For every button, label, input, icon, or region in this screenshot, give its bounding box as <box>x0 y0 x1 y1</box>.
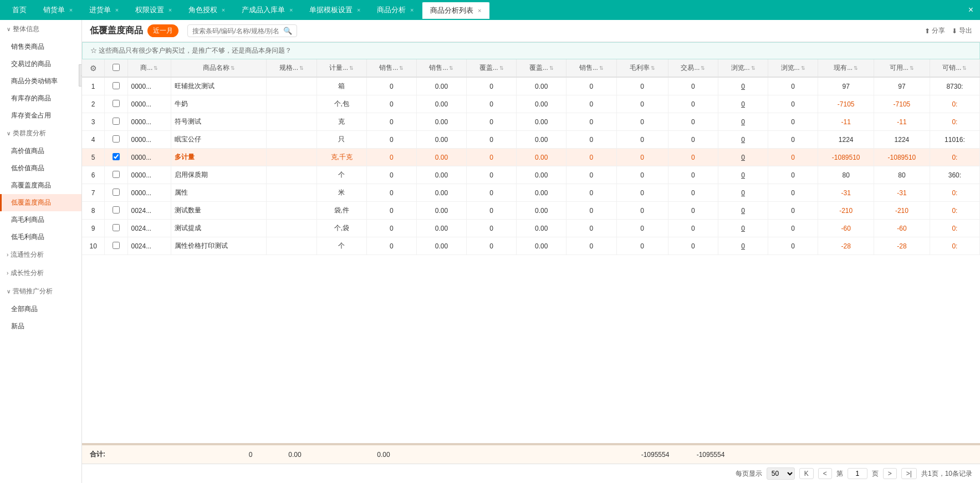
row-checkbox[interactable] <box>113 118 120 125</box>
sort-icon[interactable]: ⇅ <box>349 65 354 71</box>
cell-checkbox[interactable] <box>105 77 127 95</box>
th-browse2[interactable]: 浏览...⇅ <box>768 59 818 77</box>
sidebar-section-flow[interactable]: › 流通性分析 <box>0 246 81 264</box>
prev-page-button[interactable]: < <box>818 468 832 479</box>
sort-icon[interactable]: ⇅ <box>701 65 705 71</box>
sidebar-item-low-value[interactable]: 低价值商品 <box>0 160 81 177</box>
th-available-stock[interactable]: 可用...⇅ <box>874 59 930 77</box>
cell-browse1[interactable]: 0 <box>718 237 768 255</box>
cell-browse1[interactable]: 0 <box>718 184 768 202</box>
th-spec[interactable]: 规格...⇅ <box>267 59 317 77</box>
sort-icon[interactable]: ⇅ <box>499 65 504 71</box>
sidebar-item-stocked-goods[interactable]: 有库存的商品 <box>0 90 81 107</box>
cell-browse1[interactable]: 0 <box>718 131 768 149</box>
sidebar-item-low-margin[interactable]: 低毛利商品 <box>0 228 81 246</box>
sidebar-item-low-coverage[interactable]: 低覆盖度商品 <box>0 194 81 211</box>
sidebar-item-traded-goods[interactable]: 交易过的商品 <box>0 55 81 73</box>
row-checkbox[interactable] <box>113 206 120 213</box>
th-name[interactable]: 商品名称⇅ <box>171 59 267 77</box>
nav-tab-analysis[interactable]: 商品分析 × <box>369 2 421 18</box>
th-current-stock[interactable]: 现有...⇅ <box>818 59 874 77</box>
nav-tab-roles[interactable]: 角色授权 × <box>181 2 233 18</box>
th-sales3[interactable]: 销售...⇅ <box>566 59 616 77</box>
nav-tab-home[interactable]: 首页 <box>4 2 34 18</box>
row-checkbox[interactable] <box>113 153 120 160</box>
nav-tab-sales[interactable]: 销货单 × <box>35 2 80 18</box>
cell-checkbox[interactable] <box>105 202 127 220</box>
th-checkbox[interactable] <box>105 59 127 77</box>
sidebar-item-all-goods[interactable]: 全部商品 <box>0 301 81 318</box>
close-icon[interactable]: × <box>357 7 360 13</box>
sidebar-item-high-coverage[interactable]: 高覆盖度商品 <box>0 177 81 194</box>
nav-tab-products[interactable]: 产成品入库单 × <box>234 2 300 18</box>
nav-tab-analysis-list[interactable]: 商品分析列表 × <box>422 1 489 19</box>
th-coverage2[interactable]: 覆盖...⇅ <box>517 59 566 77</box>
sort-icon[interactable]: ⇅ <box>399 65 404 71</box>
sort-icon[interactable]: ⇅ <box>910 65 914 71</box>
th-code[interactable]: 商...⇅ <box>127 59 171 77</box>
sort-icon[interactable]: ⇅ <box>801 65 805 71</box>
next-page-button[interactable]: > <box>883 468 897 479</box>
cell-checkbox[interactable] <box>105 113 127 131</box>
export-button[interactable]: ⬇ 导出 <box>952 26 972 35</box>
search-input[interactable] <box>192 27 281 35</box>
cell-browse1[interactable]: 0 <box>718 166 768 184</box>
sort-icon[interactable]: ⇅ <box>854 65 858 71</box>
row-checkbox[interactable] <box>113 82 120 89</box>
close-icon[interactable]: × <box>222 7 225 13</box>
th-unit[interactable]: 计量...⇅ <box>317 59 366 77</box>
row-checkbox[interactable] <box>113 242 120 249</box>
th-browse1[interactable]: 浏览...⇅ <box>718 59 768 77</box>
sort-icon[interactable]: ⇅ <box>651 65 655 71</box>
close-icon[interactable]: × <box>410 7 414 13</box>
nav-tab-template[interactable]: 单据模板设置 × <box>302 2 368 18</box>
th-saleable[interactable]: 可销...⇅ <box>930 59 979 77</box>
settings-icon[interactable]: ⚙ <box>90 64 97 73</box>
share-button[interactable]: ⬆ 分享 <box>925 26 945 35</box>
close-icon[interactable]: × <box>69 7 73 13</box>
cell-checkbox[interactable] <box>105 149 127 166</box>
cell-checkbox[interactable] <box>105 220 127 237</box>
search-icon[interactable]: 🔍 <box>283 27 292 35</box>
row-checkbox[interactable] <box>113 135 120 143</box>
th-gross-margin[interactable]: 毛利率⇅ <box>616 59 668 77</box>
cell-browse1[interactable]: 0 <box>718 95 768 113</box>
sidebar-section-group[interactable]: ∨ 类群度分析 <box>0 124 81 143</box>
th-transaction[interactable]: 交易...⇅ <box>668 59 718 77</box>
cell-browse1[interactable]: 0 <box>718 202 768 220</box>
sort-icon[interactable]: ⇅ <box>299 65 304 71</box>
sort-icon[interactable]: ⇅ <box>449 65 453 71</box>
cell-checkbox[interactable] <box>105 237 127 255</box>
close-icon[interactable]: × <box>115 7 119 13</box>
sort-icon[interactable]: ⇅ <box>962 65 967 71</box>
close-icon[interactable]: × <box>478 7 481 14</box>
sidebar-item-new-goods[interactable]: 新品 <box>0 318 81 335</box>
cell-browse1[interactable]: 0 <box>718 77 768 95</box>
last-page-button[interactable]: >| <box>901 468 917 479</box>
time-filter-button[interactable]: 近一月 <box>147 24 178 37</box>
cell-checkbox[interactable] <box>105 166 127 184</box>
row-checkbox[interactable] <box>113 100 120 107</box>
sidebar-item-category-rate[interactable]: 商品分类动销率 <box>0 73 81 90</box>
first-page-button[interactable]: K <box>799 468 814 479</box>
cell-browse1[interactable]: 0 <box>718 220 768 237</box>
th-coverage1[interactable]: 覆盖...⇅ <box>467 59 517 77</box>
sort-icon[interactable]: ⇅ <box>549 65 554 71</box>
select-all-checkbox[interactable] <box>113 64 120 71</box>
page-number-input[interactable] <box>848 468 867 479</box>
sidebar-section-growth[interactable]: › 成长性分析 <box>0 264 81 282</box>
sort-icon[interactable]: ⇅ <box>154 65 158 71</box>
nav-tab-permissions[interactable]: 权限设置 × <box>127 2 180 18</box>
row-checkbox[interactable] <box>113 171 120 178</box>
close-all-button[interactable]: × <box>966 3 976 17</box>
th-sales-amount[interactable]: 销售...⇅ <box>416 59 466 77</box>
cell-browse1[interactable]: 0 <box>718 113 768 131</box>
per-page-select[interactable]: 50 20 100 <box>767 467 795 480</box>
cell-browse1[interactable]: 0 <box>718 149 768 166</box>
close-icon[interactable]: × <box>289 7 293 13</box>
sort-icon[interactable]: ⇅ <box>751 65 756 71</box>
sidebar-section-marketing[interactable]: ∨ 营销推广分析 <box>0 282 81 301</box>
sidebar-item-sales-goods[interactable]: 销售类商品 <box>0 38 81 55</box>
sidebar-item-stock-capital[interactable]: 库存资金占用 <box>0 107 81 124</box>
th-sales-count[interactable]: 销售...⇅ <box>366 59 416 77</box>
